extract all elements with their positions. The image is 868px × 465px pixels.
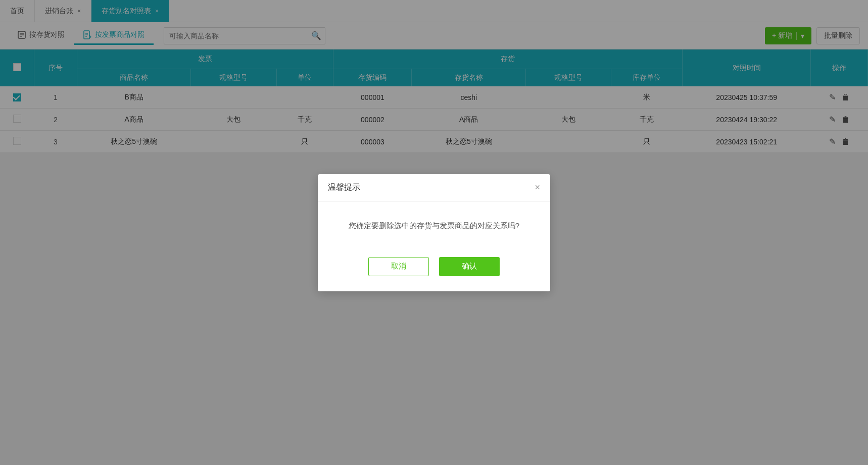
- modal-overlay: 温馨提示 × 您确定要删除选中的存货与发票商品的对应关系吗? 取消 确认: [0, 0, 868, 153]
